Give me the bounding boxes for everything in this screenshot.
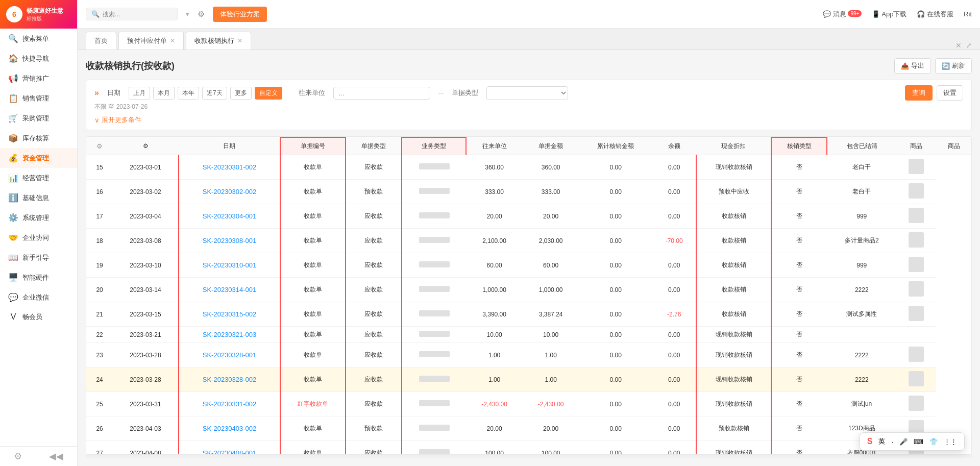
tab-receivable[interactable]: 收款核销执行✕ — [186, 32, 251, 50]
sidebar-item-guide[interactable]: 📖新手引导 — [0, 248, 77, 267]
sidebar-item-sales[interactable]: 📋销售管理 — [0, 88, 77, 108]
sidebar-item-enterprise[interactable]: 🤝企业协同 — [0, 228, 77, 248]
bill-no-link[interactable]: SK-20230301-002 — [203, 163, 257, 171]
gear-icon[interactable]: ⚙ — [198, 9, 205, 19]
hardware-icon: 🖥️ — [8, 273, 18, 282]
collapse-icon[interactable]: ◀◀ — [49, 451, 63, 462]
cell-bill-no[interactable]: SK-20230328-002 — [179, 367, 280, 392]
query-btn[interactable]: 查询 — [905, 85, 933, 101]
float-toolbar-mic[interactable]: 🎤 — [899, 438, 908, 446]
date-custom[interactable]: 自定义 — [255, 87, 282, 100]
tab-close-payable[interactable]: ✕ — [170, 37, 175, 44]
float-toolbar-grid[interactable]: ⋮⋮ — [944, 438, 957, 446]
cell-bill-no[interactable]: SK-20230321-003 — [179, 327, 280, 343]
bill-no-link[interactable]: SK-20230302-002 — [203, 188, 257, 195]
date-this-year[interactable]: 本年 — [178, 87, 199, 100]
bill-no-link[interactable]: SK-20230314-001 — [203, 286, 257, 293]
bill-no-link[interactable]: SK-20230328-002 — [203, 376, 257, 383]
col-header-date: 日期 — [179, 137, 280, 155]
cell-bill-no[interactable]: SK-20230301-002 — [179, 155, 280, 180]
date-more[interactable]: 更多 — [230, 87, 252, 100]
cell-product-thumbnail — [896, 367, 936, 392]
cell-bill-no[interactable]: SK-20230304-001 — [179, 204, 280, 229]
settings-icon[interactable]: ⚙ — [14, 451, 22, 462]
bill-no-link[interactable]: SK-20230308-001 — [203, 237, 257, 244]
cell-bill-no[interactable]: SK-20230308-001 — [179, 229, 280, 253]
sidebar-item-hardware[interactable]: 🖥️智能硬件 — [0, 267, 77, 287]
settings-filter-btn[interactable]: 设置 — [937, 85, 963, 101]
cell-no: 21 — [86, 302, 113, 327]
sidebar-item-operations[interactable]: 📊经营管理 — [0, 168, 77, 188]
tab-close-receivable[interactable]: ✕ — [237, 37, 242, 44]
partner-input[interactable] — [333, 87, 430, 100]
refresh-btn[interactable]: 🔄 刷新 — [935, 58, 972, 73]
cell-verified-amount: 333.00 — [523, 180, 579, 204]
message-badge: 99+ — [848, 10, 862, 17]
bill-no-link[interactable]: SK-20230328-001 — [203, 351, 257, 359]
bill-no-link[interactable]: SK-20230408-001 — [203, 449, 257, 455]
cell-bill-no[interactable]: SK-20230408-001 — [179, 441, 280, 455]
sidebar-item-finance[interactable]: 💰资金管理 — [0, 148, 77, 168]
bill-type-select[interactable] — [486, 86, 568, 100]
sidebar-item-inventory[interactable]: 📦库存核算 — [0, 128, 77, 148]
float-toolbar-en[interactable]: 英 — [878, 437, 885, 446]
float-toolbar-dot: · — [891, 438, 893, 446]
bill-no-link[interactable]: SK-20230321-003 — [203, 331, 257, 338]
dropdown-icon[interactable]: ▾ — [186, 10, 189, 18]
cell-include-settled: 否 — [771, 416, 827, 441]
user-name[interactable]: Rit — [964, 10, 972, 18]
industry-btn[interactable]: 体验行业方案 — [213, 7, 267, 22]
sidebar-item-quicknav[interactable]: 🏠快捷导航 — [0, 48, 77, 68]
float-toolbar-keyboard[interactable]: ⌨ — [914, 438, 923, 446]
date-this-month[interactable]: 本月 — [153, 87, 175, 100]
search-input[interactable] — [103, 11, 172, 18]
cell-bill-amount: 333.00 — [466, 180, 523, 204]
cell-biz-type: 应收款 — [346, 367, 401, 392]
sidebar-item-wechat[interactable]: 💬企业微信 — [0, 287, 77, 307]
messages-link[interactable]: 💬 消息 99+ — [823, 10, 862, 19]
expand-window-icon[interactable]: ⤢ — [966, 41, 972, 50]
export-btn[interactable]: 📤 导出 — [894, 58, 931, 73]
cell-bill-no[interactable]: SK-20230310-001 — [179, 253, 280, 278]
sidebar-item-marketing[interactable]: 📢营销推广 — [0, 68, 77, 88]
filter-expand-icon[interactable]: » — [94, 88, 99, 97]
service-link[interactable]: 🎧 在线客服 — [917, 10, 953, 19]
cell-bill-no[interactable]: SK-20230314-001 — [179, 278, 280, 302]
date-last-7days[interactable]: 近7天 — [202, 87, 227, 100]
table-row: 172023-03-04SK-20230304-001收款单应收款20.0020… — [86, 204, 971, 229]
cell-bill-no[interactable]: SK-20230331-002 — [179, 392, 280, 416]
expand-conditions-btn[interactable]: ∨ 展开更多条件 — [94, 115, 963, 125]
bill-no-link[interactable]: SK-20230315-002 — [203, 310, 257, 318]
tab-payable[interactable]: 预付冲应付单✕ — [118, 32, 184, 50]
sidebar-item-search[interactable]: 🔍搜索菜单 — [0, 29, 77, 48]
sidebar-item-system[interactable]: ⚙️系统管理 — [0, 208, 77, 228]
cell-bill-no[interactable]: SK-20230302-002 — [179, 180, 280, 204]
sidebar-item-basic[interactable]: ℹ️基础信息 — [0, 188, 77, 208]
cell-include-settled: 否 — [771, 441, 827, 455]
topbar-search-box[interactable]: 🔍 — [86, 8, 178, 20]
bill-no-link[interactable]: SK-20230403-002 — [203, 425, 257, 432]
cell-cash-discount: 0.00 — [652, 367, 696, 392]
gear-icon[interactable]: ⚙ — [96, 142, 103, 150]
date-last-month[interactable]: 上月 — [129, 87, 150, 100]
bill-no-link[interactable]: SK-20230331-002 — [203, 400, 257, 408]
cell-verify-type: 收款核销 — [696, 278, 771, 302]
bill-no-link[interactable]: SK-20230304-001 — [203, 212, 257, 220]
cell-bill-no[interactable]: SK-20230328-001 — [179, 343, 280, 367]
app-download-link[interactable]: 📱 App下载 — [872, 10, 906, 19]
sidebar-item-purchase[interactable]: 🛒采购管理 — [0, 108, 77, 128]
close-window-icon[interactable]: ✕ — [955, 41, 962, 50]
tab-home[interactable]: 首页 — [86, 32, 116, 50]
member-icon: V — [8, 312, 18, 322]
cell-biz-type: 应收款 — [346, 343, 401, 367]
cell-bill-no[interactable]: SK-20230403-002 — [179, 416, 280, 441]
cell-bill-amount: 3,390.00 — [466, 302, 523, 327]
cell-biz-type: 应收款 — [346, 278, 401, 302]
table-row: 242023-03-28SK-20230328-002收款单应收款1.001.0… — [86, 367, 971, 392]
cell-bill-no[interactable]: SK-20230315-002 — [179, 302, 280, 327]
cell-partner — [402, 278, 467, 302]
sidebar-item-member[interactable]: V畅会员 — [0, 307, 77, 327]
float-toolbar-shirt[interactable]: 👕 — [929, 438, 938, 446]
bill-no-link[interactable]: SK-20230310-001 — [203, 261, 257, 269]
cell-date: 2023-03-14 — [113, 278, 179, 302]
